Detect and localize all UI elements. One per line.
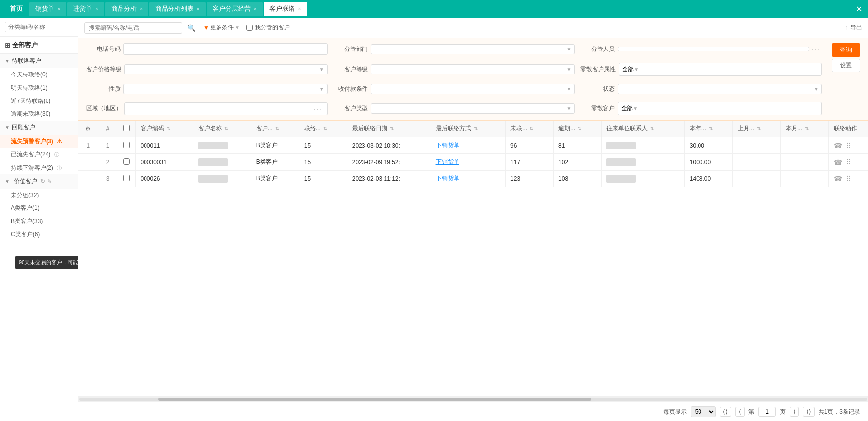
row2-method-link[interactable]: 下销货单 xyxy=(436,158,459,165)
sidebar-item-churn-warning[interactable]: 流失预警客户(3) ⚠ xyxy=(0,135,78,148)
tab-customer-link[interactable]: 客户联络 × xyxy=(264,2,307,16)
row3-overdue: 108 xyxy=(554,171,602,187)
nature-select[interactable]: ▼ xyxy=(123,84,328,94)
sidebar-item-ungroup[interactable]: 未分组(32) xyxy=(0,189,78,202)
tab-customer-segment[interactable]: 客户分层经营 × xyxy=(207,2,263,16)
refresh-icon[interactable]: ↻ xyxy=(40,178,45,185)
last-page-button[interactable]: ⟩⟩ xyxy=(803,407,815,417)
th-unit-contact[interactable]: 往来单位联系人 ⇅ xyxy=(602,121,685,137)
close-window-button[interactable]: ✕ xyxy=(854,2,864,16)
th-overdue[interactable]: 逾期... ⇅ xyxy=(554,121,602,137)
next-page-button[interactable]: ⟩ xyxy=(790,407,799,417)
th-uncontacted[interactable]: 未联... ⇅ xyxy=(506,121,554,137)
th-last-contact-date[interactable]: 最后联络日期 ⇅ xyxy=(347,121,431,137)
th-contacts[interactable]: 联络... ⇅ xyxy=(299,121,347,137)
sidebar-group-pending-title[interactable]: ▼ 待联络客户 xyxy=(0,54,78,68)
sidebar-item-class-c[interactable]: C类客户(6) xyxy=(0,228,78,241)
dept-select[interactable]: ▼ xyxy=(371,44,575,54)
price-level-select[interactable]: ▼ xyxy=(124,64,328,74)
tab-customer-link-close[interactable]: × xyxy=(298,6,301,12)
settings-button[interactable]: 设置 xyxy=(832,59,860,72)
tab-purchase-close[interactable]: × xyxy=(95,6,98,12)
payment-select[interactable]: ▼ xyxy=(371,84,575,94)
my-customers-checkbox[interactable] xyxy=(246,25,253,31)
customer-type-select[interactable]: ▼ xyxy=(371,103,575,114)
th-type[interactable]: 客户... ⇅ xyxy=(251,121,299,137)
row2-more-icon[interactable]: ⠿ xyxy=(846,158,851,166)
row1-more-icon[interactable]: ⠿ xyxy=(846,142,851,149)
row1-check[interactable] xyxy=(118,137,135,154)
row1-this-year: 30.00 xyxy=(684,137,732,154)
zero-retail-select[interactable]: 全部 ▼ xyxy=(618,102,822,115)
status-select[interactable]: ▼ xyxy=(618,84,822,94)
edit-icon[interactable]: ✎ xyxy=(47,178,52,185)
sidebar-item-overdue-pending[interactable]: 逾期未联络(30) xyxy=(0,107,78,121)
tab-customer-segment-close[interactable]: × xyxy=(254,6,257,12)
row3-contact-icon[interactable]: ☎ xyxy=(834,175,842,183)
sidebar-all-customers-label: 全部客户 xyxy=(12,41,38,50)
arrow-icon: ▼ xyxy=(5,58,10,64)
sidebar-item-week-pending[interactable]: 近7天待联络(0) xyxy=(0,95,78,108)
filter-search-button[interactable]: 🔍 xyxy=(186,23,196,33)
region-select[interactable]: ··· xyxy=(124,102,328,115)
phone-input[interactable] xyxy=(123,43,328,55)
filter-more-button[interactable]: ▼ 更多条件 ▼ xyxy=(200,22,242,34)
row3-last-method[interactable]: 下销货单 xyxy=(431,171,506,187)
th-check[interactable] xyxy=(118,121,135,137)
row1-method-link[interactable]: 下销货单 xyxy=(436,142,459,149)
row3-contacts: 15 xyxy=(299,171,347,187)
row2-last-method[interactable]: 下销货单 xyxy=(431,154,506,171)
th-name[interactable]: 客户名称 ⇅ xyxy=(193,121,251,137)
sidebar-all-customers[interactable]: ⊞ 全部客户 xyxy=(0,37,78,54)
per-page-select[interactable]: 50 100 200 xyxy=(691,406,716,417)
horizontal-scrollbar[interactable] xyxy=(78,396,868,402)
tab-analysis-list[interactable]: 商品分析列表 × xyxy=(149,2,205,16)
th-this-month[interactable]: 本月... ⇅ xyxy=(780,121,828,137)
th-this-year[interactable]: 本年... ⇅ xyxy=(684,121,732,137)
region-dots[interactable]: ··· xyxy=(312,105,324,113)
th-last-month[interactable]: 上月... ⇅ xyxy=(732,121,780,137)
sidebar-item-class-a[interactable]: A类客户(1) xyxy=(0,201,78,215)
tab-analysis[interactable]: 商品分析 × xyxy=(105,2,148,16)
query-button[interactable]: 查询 xyxy=(832,43,860,57)
sidebar-item-class-b[interactable]: B类客户(33) xyxy=(0,215,78,228)
tab-home[interactable]: 首页 xyxy=(4,2,28,16)
zero-retail-attr-select[interactable]: 全部 ▼ xyxy=(619,63,822,76)
row3-more-icon[interactable]: ⠿ xyxy=(846,175,851,183)
row3-check[interactable] xyxy=(118,171,135,187)
sidebar-group-lost-title[interactable]: ▼ 回顾客户 xyxy=(0,121,78,135)
row1-last-method[interactable]: 下销货单 xyxy=(431,137,506,154)
customer-level-select[interactable]: ▼ xyxy=(371,64,575,74)
tab-purchase[interactable]: 进货单 × xyxy=(67,2,104,16)
phone-label: 电话号码 xyxy=(86,45,121,53)
tab-sales-close[interactable]: × xyxy=(57,6,60,12)
sidebar-search-input[interactable] xyxy=(5,22,78,32)
manager-select[interactable] xyxy=(618,47,809,51)
row2-check[interactable] xyxy=(118,154,135,171)
my-customers-checkbox-label[interactable]: 我分管的客户 xyxy=(246,24,290,32)
export-button[interactable]: ↑ 导出 xyxy=(845,24,862,32)
sidebar-item-already-lost[interactable]: 已流失客户(24) ⓘ xyxy=(0,148,78,161)
page-input[interactable] xyxy=(758,407,776,417)
tab-analysis-list-close[interactable]: × xyxy=(196,6,199,12)
sidebar-group-value-title[interactable]: ▼ 价值客户 ↻ ✎ xyxy=(0,174,78,189)
row1-contact-icon[interactable]: ☎ xyxy=(834,142,842,149)
manager-dots[interactable]: ··· xyxy=(809,45,822,53)
tab-analysis-close[interactable]: × xyxy=(140,6,143,12)
row2-contact-icon[interactable]: ☎ xyxy=(834,158,842,166)
filter-search-input[interactable] xyxy=(84,22,182,34)
sort-icon-lcm: ⇅ xyxy=(474,126,478,131)
select-all-checkbox[interactable] xyxy=(123,125,130,131)
prev-page-button[interactable]: ⟨ xyxy=(735,407,745,417)
th-last-contact-method[interactable]: 最后联络方式 ⇅ xyxy=(431,121,506,137)
tab-sales[interactable]: 销货单 × xyxy=(29,2,66,16)
chevron-down-icon-status: ▼ xyxy=(814,86,819,92)
row3-method-link[interactable]: 下销货单 xyxy=(436,175,459,182)
th-code[interactable]: 客户编码 ⇅ xyxy=(135,121,193,137)
th-settings[interactable]: ⚙ xyxy=(78,121,98,137)
sidebar-item-today-pending[interactable]: 今天待联络(0) xyxy=(0,68,78,81)
sidebar-item-tomorrow-pending[interactable]: 明天待联络(1) xyxy=(0,81,78,95)
sort-icon-ty: ⇅ xyxy=(709,126,713,131)
first-page-button[interactable]: ⟨⟨ xyxy=(720,407,731,417)
sidebar-item-declining[interactable]: 持续下滑客户(2) ⓘ xyxy=(0,161,78,174)
